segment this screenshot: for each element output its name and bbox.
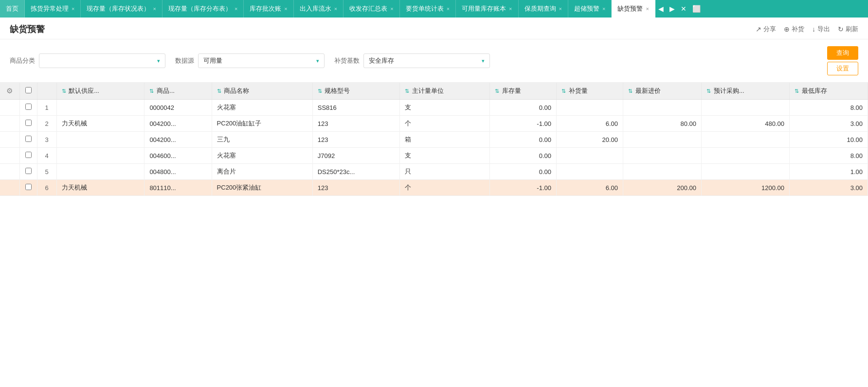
tab-close-all-btn[interactable]: ✕ xyxy=(678,0,689,18)
table-row: 3 004200... 三九 123 箱 0.00 20.00 10.00 xyxy=(0,132,868,148)
th-product-code[interactable]: ⇅ 商品... xyxy=(145,83,212,100)
row-inventory-1: -1.00 xyxy=(489,116,556,132)
tab-shortage[interactable]: 缺货预警 × xyxy=(612,0,655,18)
page-header: 缺货预警 ↗ 分享 ⊕ 补货 ↓ 导出 ↻ 刷新 xyxy=(0,18,868,39)
th-inventory[interactable]: ⇅ 库存量 xyxy=(489,83,556,100)
row-checkbox-cell-0[interactable] xyxy=(19,100,37,116)
replenish-button[interactable]: ⊕ 补货 xyxy=(784,25,804,34)
tab-close-flow[interactable]: × xyxy=(334,6,337,12)
th-supplier[interactable]: ⇅ 默认供应... xyxy=(56,83,145,100)
table-header-row: ⚙ ⇅ 默认供应... ⇅ 商品... ⇅ xyxy=(0,83,868,100)
th-gear[interactable]: ⚙ xyxy=(0,83,19,100)
tab-close-overstock[interactable]: × xyxy=(602,6,605,12)
tab-inventory-status[interactable]: 现存量（库存状况表） × xyxy=(81,0,162,18)
tab-inventory-dist[interactable]: 现存量（库存分布表） × xyxy=(163,0,244,18)
tab-order-stats[interactable]: 要货单统计表 × xyxy=(400,0,456,18)
row-latest-price-3 xyxy=(623,148,702,164)
th-est-purchase[interactable]: ⇅ 预计采购... xyxy=(702,83,790,100)
export-button[interactable]: ↓ 导出 xyxy=(812,25,830,34)
tab-abnormal[interactable]: 拣货异常处理 × xyxy=(25,0,81,18)
row-spec-5: 123 xyxy=(312,180,399,196)
sort-icon-min-inventory: ⇅ xyxy=(795,88,799,94)
tab-prev-btn[interactable]: ◀ xyxy=(655,0,667,18)
query-button[interactable]: 查询 xyxy=(827,46,858,60)
sort-icon-spec: ⇅ xyxy=(318,88,322,94)
row-min-inventory-2: 10.00 xyxy=(789,132,868,148)
row-supplier-5: 力天机械 xyxy=(56,180,145,196)
tab-close-shortage[interactable]: × xyxy=(646,6,649,12)
tab-close-expiry[interactable]: × xyxy=(559,6,562,12)
settings-gear-icon[interactable]: ⚙ xyxy=(6,87,13,95)
row-inventory-5: -1.00 xyxy=(489,180,556,196)
row-checkbox-cell-2[interactable] xyxy=(19,132,37,148)
row-replenish-1: 6.00 xyxy=(556,116,623,132)
tab-batch-account[interactable]: 库存批次账 × xyxy=(244,0,293,18)
row-latest-price-2 xyxy=(623,132,702,148)
tab-expiry[interactable]: 保质期查询 × xyxy=(519,0,568,18)
tab-close-batch-account[interactable]: × xyxy=(284,6,287,12)
row-product-name-2: 三九 xyxy=(212,132,312,148)
row-est-purchase-2 xyxy=(702,132,790,148)
row-checkbox-4[interactable] xyxy=(25,168,32,174)
row-unit-4: 只 xyxy=(400,164,490,180)
th-checkbox xyxy=(19,83,37,100)
tab-home[interactable]: 首页 xyxy=(0,0,25,18)
row-checkbox-cell-3[interactable] xyxy=(19,148,37,164)
category-label: 商品分类 xyxy=(10,56,35,65)
th-unit[interactable]: ⇅ 主计量单位 xyxy=(400,83,490,100)
row-checkbox-cell-1[interactable] xyxy=(19,116,37,132)
th-product-name[interactable]: ⇅ 商品名称 xyxy=(212,83,312,100)
tab-receipt[interactable]: 收发存汇总表 × xyxy=(344,0,399,18)
tab-close-abnormal[interactable]: × xyxy=(72,6,74,12)
tab-close-inventory-dist[interactable]: × xyxy=(235,6,237,12)
page-title: 缺货预警 xyxy=(10,23,45,35)
row-latest-price-4 xyxy=(623,164,702,180)
row-checkbox-cell-5[interactable] xyxy=(19,180,37,196)
settings-button[interactable]: 设置 xyxy=(827,62,858,75)
table-body: 1 0000042 火花塞 SS816 支 0.00 8.00 2 力天机械 0… xyxy=(0,100,868,196)
tab-restore-btn[interactable]: ⬜ xyxy=(689,0,704,18)
row-checkbox-3[interactable] xyxy=(25,152,32,158)
row-checkbox-1[interactable] xyxy=(25,120,32,126)
tab-close-available-ledger[interactable]: × xyxy=(509,6,512,12)
replenish-basis-label: 补货基数 xyxy=(334,56,360,65)
row-spec-2: 123 xyxy=(312,132,399,148)
row-est-purchase-4 xyxy=(702,164,790,180)
th-min-inventory[interactable]: ⇅ 最低库存 xyxy=(789,83,868,100)
refresh-button[interactable]: ↻ 刷新 xyxy=(838,25,858,34)
row-gear-3 xyxy=(0,148,19,164)
select-all-checkbox[interactable] xyxy=(25,87,32,93)
datasource-chevron-icon: ▾ xyxy=(316,58,319,64)
tab-available-ledger[interactable]: 可用量库存账本 × xyxy=(456,0,518,18)
datasource-value: 可用量 xyxy=(203,56,222,65)
row-supplier-4 xyxy=(56,164,145,180)
row-index-3: 4 xyxy=(37,148,56,164)
row-gear-1 xyxy=(0,116,19,132)
tab-close-inventory-status[interactable]: × xyxy=(153,6,156,12)
row-index-1: 2 xyxy=(37,116,56,132)
export-icon: ↓ xyxy=(812,25,815,33)
row-checkbox-5[interactable] xyxy=(25,184,32,190)
row-supplier-3 xyxy=(56,148,145,164)
row-checkbox-cell-4[interactable] xyxy=(19,164,37,180)
row-min-inventory-0: 8.00 xyxy=(789,100,868,116)
tab-overstock[interactable]: 超储预警 × xyxy=(568,0,612,18)
tab-close-receipt[interactable]: × xyxy=(390,6,393,12)
row-checkbox-2[interactable] xyxy=(25,136,32,142)
datasource-select[interactable]: 可用量 ▾ xyxy=(198,53,325,68)
row-unit-2: 箱 xyxy=(400,132,490,148)
row-product-name-1: PC200油缸缸子 xyxy=(212,116,312,132)
category-select[interactable]: ▾ xyxy=(39,53,165,68)
row-min-inventory-1: 3.00 xyxy=(789,116,868,132)
tab-next-btn[interactable]: ▶ xyxy=(667,0,678,18)
tab-close-order-stats[interactable]: × xyxy=(447,6,450,12)
th-replenish[interactable]: ⇅ 补货量 xyxy=(556,83,623,100)
replenish-basis-chevron-icon: ▾ xyxy=(482,58,485,64)
th-spec[interactable]: ⇅ 规格型号 xyxy=(312,83,399,100)
th-latest-price[interactable]: ⇅ 最新进价 xyxy=(623,83,702,100)
replenish-basis-select[interactable]: 安全库存 ▾ xyxy=(363,53,490,68)
row-replenish-3 xyxy=(556,148,623,164)
row-checkbox-0[interactable] xyxy=(25,104,32,110)
share-button[interactable]: ↗ 分享 xyxy=(756,25,776,34)
tab-flow[interactable]: 出入库流水 × xyxy=(294,0,344,18)
